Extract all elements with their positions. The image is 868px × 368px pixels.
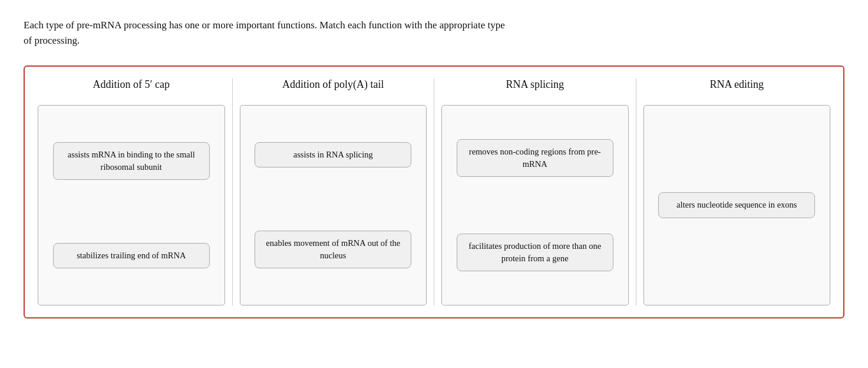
col-editing-dropzone[interactable]: alters nucleotide sequence in exons — [643, 105, 831, 305]
card-6[interactable]: facilitates production of more than one … — [457, 234, 613, 271]
col-splicing-header: RNA splicing — [506, 78, 564, 96]
col-splicing-dropzone[interactable]: removes non-coding regions from pre-mRNA… — [441, 105, 629, 305]
col-5cap-dropzone[interactable]: assists mRNA in binding to the small rib… — [38, 105, 225, 305]
col-polya-dropzone[interactable]: assists in RNA splicingenables movement … — [240, 105, 427, 305]
col-editing-header: RNA editing — [709, 78, 764, 96]
card-5[interactable]: removes non-coding regions from pre-mRNA — [457, 139, 613, 177]
instructions: Each type of pre-mRNA processing has one… — [24, 18, 837, 48]
col-5cap-header: Addition of 5′ cap — [93, 78, 170, 96]
col-polya-header: Addition of poly(A) tail — [282, 78, 384, 96]
card-2[interactable]: stabilizes trailing end of mRNA — [53, 243, 210, 268]
col-editing: RNA editingalters nucleotide sequence in… — [636, 78, 838, 305]
col-polya: Addition of poly(A) tailassists in RNA s… — [233, 78, 435, 305]
card-7[interactable]: alters nucleotide sequence in exons — [658, 192, 815, 218]
col-5cap: Addition of 5′ capassists mRNA in bindin… — [31, 78, 233, 305]
card-3[interactable]: assists in RNA splicing — [255, 142, 411, 167]
col-splicing: RNA splicingremoves non-coding regions f… — [434, 78, 636, 305]
instructions-line2: of processing. — [24, 35, 80, 46]
card-4[interactable]: enables movement of mRNA out of the nucl… — [255, 231, 411, 268]
instructions-line1: Each type of pre-mRNA processing has one… — [24, 19, 505, 31]
card-1[interactable]: assists mRNA in binding to the small rib… — [53, 142, 210, 180]
match-container: Addition of 5′ capassists mRNA in bindin… — [24, 65, 844, 318]
